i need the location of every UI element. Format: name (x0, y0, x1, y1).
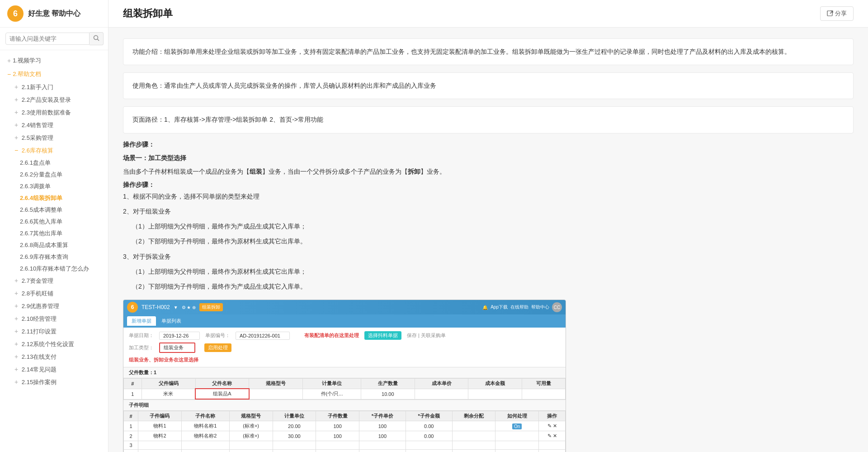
plus-icon10: + (14, 315, 18, 322)
sidebar-item-video[interactable]: + 1.视频学习 (0, 54, 108, 67)
main-header: 组装拆卸单 分享 (108, 0, 868, 28)
ss-child-col-cost: *子件金额 (406, 411, 452, 421)
ss-col-cost: 成本单价 (415, 379, 468, 389)
sidebar-item-transfer[interactable]: 2.6.3调拨单 (0, 181, 108, 192)
step3-2-text: （2）下部明细为子件明细，最终作为产成品生成其它入库单。 (123, 281, 854, 292)
search-bar (0, 28, 108, 50)
ss-child-col-unit-cost: *子件单价 (359, 411, 406, 421)
sidebar-item-purchase[interactable]: + 2.5采购管理 (0, 132, 108, 144)
ss-child-col-name: 子件名称 (181, 411, 229, 421)
ss-topbar-icons: 🔔App下载在线帮助帮助中心 CC (482, 302, 562, 312)
plus-icon5: + (14, 121, 18, 128)
plus-icon2: + (14, 83, 18, 90)
role-box: 使用角色：通常由生产人员或库管人员完成拆装业务的操作，库管人员确认原材料的出库和… (123, 72, 854, 99)
ss-child-col-surplus: 剩余分配 (452, 411, 495, 421)
sidebar-item-finance[interactable]: + 2.7资金管理 (0, 275, 108, 287)
sidebar-item-other-out[interactable]: 2.6.7其他出库单 (0, 228, 108, 239)
plus-icon4: + (14, 109, 18, 116)
ss-col-goods-code: 父件编码 (142, 379, 195, 389)
ss-child-row-1: 1 物料1 物料名称1 (标准+) 20.00 100 100 0.00 On … (124, 421, 566, 431)
step1-text: 1、根据不同的业务，选择不同单据的类型来处理 (123, 191, 854, 202)
sidebar-item-online-pay[interactable]: + 2.13在线支付 (0, 351, 108, 363)
plus-icon7: + (14, 277, 18, 284)
step2-1-text: （1）上部明细为父件明细，最终作为产成品生成其它入库单； (123, 221, 854, 232)
sidebar-item-cost-recalc[interactable]: 2.6.8商品成本重算 (0, 239, 108, 251)
plus-icon14: + (14, 366, 18, 373)
ss-tab-new: 新增单据 (127, 316, 156, 326)
ss-confirm-btn: 选择抖料单据 (364, 331, 401, 340)
ss-dropdown: ▼ (174, 305, 178, 310)
ss-avatar: CC (552, 302, 562, 312)
sidebar-item-helpdoc[interactable]: − 2.帮助文档 (0, 67, 108, 81)
ss-col-total-cost: 成本金额 (468, 379, 522, 389)
scene-title: 场景一：加工类型选择 (123, 154, 854, 162)
sidebar-item-data-prep[interactable]: + 2.3使用前数据准备 (0, 106, 108, 119)
svg-rect-2 (827, 11, 832, 16)
ops-title: 操作步骤： (123, 141, 854, 149)
ss-action-btn: 组装拆卸 (199, 303, 223, 311)
sidebar-item-other-in[interactable]: 2.6.6其他入库单 (0, 216, 108, 228)
plus-icon11: + (14, 328, 18, 335)
sidebar-item-print[interactable]: + 2.11打印设置 (0, 325, 108, 338)
sidebar-item-coupon[interactable]: + 2.9优惠券管理 (0, 300, 108, 313)
sidebar-item-faq[interactable]: + 2.14常见问题 (0, 363, 108, 376)
sidebar-item-biz-mgmt[interactable]: + 2.10经营管理 (0, 313, 108, 325)
ss-save-label: 保存 | 关联采购单 (407, 332, 446, 339)
sidebar-item-assembly[interactable]: 2.6.4组装拆卸单 (0, 192, 108, 204)
share-button[interactable]: 分享 (820, 6, 854, 21)
ss-type-value: 组装业务 (159, 343, 195, 353)
ss-nav-tabs: 新增单据 单据列表 (123, 314, 566, 328)
minus-icon: − (7, 71, 11, 78)
plus-icon9: + (14, 302, 18, 309)
sidebar-item-install[interactable]: + 2.2产品安装及登录 (0, 94, 108, 106)
ss-form-date-label: 单据日期： (129, 332, 154, 339)
sidebar-item-ledger-query[interactable]: 2.6.9库存账本查询 (0, 251, 108, 263)
sidebar-item-cost-adjust[interactable]: 2.6.5成本调整单 (0, 204, 108, 216)
sidebar-item-partial-stocktake[interactable]: 2.6.2分量盘点单 (0, 169, 108, 181)
search-button[interactable] (90, 32, 104, 45)
plus-icon15: + (14, 378, 18, 385)
main-content: 功能介绍：组装拆卸单用来处理企业组装或拆卸等加工业务，支持有固定装配清单的产品加… (108, 28, 868, 452)
logo-icon: 6 (7, 5, 24, 22)
svg-point-0 (94, 36, 98, 40)
sidebar-item-newbie[interactable]: + 2.1新手入门 (0, 81, 108, 94)
ss-form-date: 2019-12-26 (159, 332, 200, 340)
sidebar-item-system[interactable]: + 2.12系统个性化设置 (0, 338, 108, 351)
ss-child-col-spec: 规格型号 (229, 411, 273, 421)
ss-form-header: 单据日期： 2019-12-26 单据编号： AD-20191226-001 有… (123, 328, 566, 367)
ss-form-id-label: 单据编号： (205, 332, 230, 339)
sidebar-item-sales[interactable]: + 2.4销售管理 (0, 119, 108, 132)
plus-icon6: + (14, 134, 18, 141)
ss-annotation-2: 组装业务、拆卸业务在这里选择 (129, 357, 198, 362)
step2-text: 2、对于组装业务 (123, 206, 854, 217)
sidebar-item-ledger-fix[interactable]: 2.6.10库存账本错了怎么办 (0, 263, 108, 275)
ss-titlebar: 6 TEST-H002 ▼ ⚙ ★ ⊕ 组装拆卸 🔔App下载在线帮助帮助中心 … (123, 300, 566, 314)
plus-icon: + (7, 57, 11, 64)
ss-child-row-3: 3 (124, 441, 566, 450)
scene-desc: 当由多个子件材料组装成一个成品的业务为【组装】业务，当由一个父件拆分成多个子产品… (123, 166, 854, 177)
ss-use-btn: 启用处理 (204, 343, 231, 352)
minus-icon2: − (14, 147, 18, 154)
step3-1-text: （1）上部明细为父件明细，最终作为原材料生成其它出库单； (123, 266, 854, 277)
ss-title: TEST-H002 (142, 304, 170, 310)
ss-child-col-code: 子件编码 (138, 411, 182, 421)
path-desc: 页面路径：1、库存核算->库存管理->组装拆卸单 2、首页->常用功能 (132, 114, 844, 125)
intro-desc: 功能介绍：组装拆卸单用来处理企业组装或拆卸等加工业务，支持有固定装配清单的产品加… (132, 46, 844, 57)
sidebar-item-stocktake[interactable]: 2.6.1盘点单 (0, 157, 108, 169)
ss-child-col-seq: # (124, 411, 138, 421)
ss-form-id: AD-20191226-001 (236, 332, 290, 340)
screenshot-area: 6 TEST-H002 ▼ ⚙ ★ ⊕ 组装拆卸 🔔App下载在线帮助帮助中心 … (123, 300, 566, 452)
ss-on-badge: On (512, 423, 522, 429)
ss-type-label: 加工类型： (129, 344, 154, 351)
ss-child-col-qty: 子件数量 (316, 411, 359, 421)
plus-icon8: + (14, 290, 18, 297)
ss-parent-table: # 父件编码 父件名称 规格型号 计量单位 生产数量 成本单价 成本金额 可用量… (123, 378, 566, 400)
ss-annotation-1: 有装配清单的在这里处理 (304, 332, 359, 339)
step3-text: 3、对于拆装业务 (123, 251, 854, 262)
search-input[interactable] (5, 33, 90, 45)
ss-col-available: 可用量 (522, 379, 566, 389)
sidebar-item-cases[interactable]: + 2.15操作案例 (0, 376, 108, 389)
ss-goods-input-highlight: 组装品A (213, 391, 231, 396)
sidebar-item-mobile[interactable]: + 2.8手机旺铺 (0, 287, 108, 300)
sidebar-item-inventory[interactable]: − 2.6库存核算 (0, 144, 108, 157)
